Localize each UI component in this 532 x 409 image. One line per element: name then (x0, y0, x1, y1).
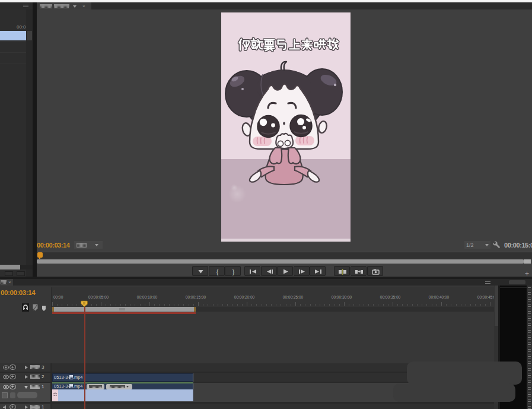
svg-text:}: } (232, 268, 235, 275)
svg-text:{: { (216, 268, 219, 275)
